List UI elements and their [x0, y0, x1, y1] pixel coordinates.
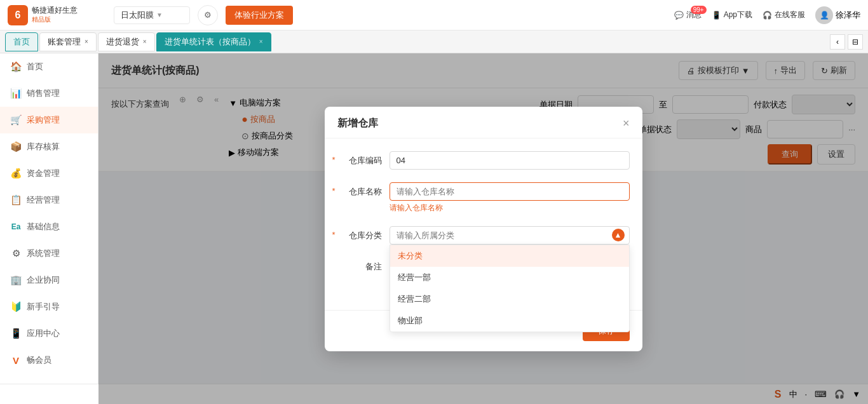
sidebar-item-finance[interactable]: 💰 资金管理 [0, 160, 98, 187]
message-badge: 99+ [691, 6, 707, 14]
home-icon: 🏠 [10, 61, 22, 72]
management-icon: 📋 [10, 194, 22, 206]
sidebar: 🏠 首页 📊 销售管理 🛒 采购管理 📦 库存核算 💰 资金管理 📋 经营管理 … [0, 53, 98, 404]
sidebar-item-vip[interactable]: V 畅会员 [0, 347, 98, 374]
note-label: 备注 [337, 257, 382, 273]
sidebar-item-finance-label: 资金管理 [27, 168, 60, 179]
store-name: 日太阳膜 [121, 10, 154, 21]
store-selector[interactable]: 日太阳膜 ▼ [114, 6, 190, 24]
tab-accounts[interactable]: 账套管理 × [39, 32, 97, 51]
tab-purchase-return[interactable]: 进货退货 × [98, 32, 155, 51]
store-arrow-icon: ▼ [156, 11, 163, 18]
message-icon: 💬 [674, 11, 684, 20]
tab-purchase-stats-label: 进货单统计表（按商品） [165, 36, 255, 48]
logo-icon: 6 [8, 5, 28, 25]
dialog-header: 新增仓库 × [325, 107, 642, 138]
tab-home-label: 首页 [13, 36, 30, 48]
sidebar-item-inventory[interactable]: 📦 库存核算 [0, 133, 98, 160]
category-label: 仓库分类 [337, 226, 382, 241]
sidebar-item-system[interactable]: ⚙ 系统管理 [0, 240, 98, 267]
logo-text: 畅捷通好生意 [32, 6, 78, 16]
tab-purchase-stats-close-icon[interactable]: × [259, 38, 263, 45]
category-dropdown-toggle[interactable]: ▲ [612, 229, 625, 241]
user-avatar-area[interactable]: 👤 徐泽华 [815, 6, 860, 24]
service-button[interactable]: 🎧 在线客服 [763, 10, 805, 20]
dialog-body: 仓库编码 仓库名称 请输入仓库名称 [325, 138, 642, 297]
vip-icon: V [10, 354, 22, 366]
tab-home[interactable]: 首页 [5, 32, 38, 51]
dialog-close-button[interactable]: × [623, 117, 630, 130]
tab-purchase-return-label: 进货退货 [106, 36, 139, 48]
add-warehouse-dialog: 新增仓库 × 仓库编码 仓库名称 [325, 107, 642, 351]
sidebar-item-sales-label: 销售管理 [27, 88, 60, 99]
basic-info-icon: Ea [10, 221, 22, 232]
purchase-icon: 🛒 [10, 114, 22, 126]
apps-icon: 📱 [10, 328, 22, 339]
settings-button[interactable]: ⚙ [198, 5, 218, 25]
name-label: 仓库名称 [337, 182, 382, 198]
sidebar-item-system-label: 系统管理 [27, 248, 60, 259]
dropdown-item-dept1[interactable]: 经营一部 [390, 267, 629, 288]
warehouse-code-input[interactable] [390, 151, 630, 170]
logo-area: 6 畅捷通好生意 精品版 [8, 5, 106, 25]
enterprise-icon: 🏢 [10, 274, 22, 286]
mobile-icon: 📱 [712, 11, 721, 20]
category-control: ▲ 未分类 经营一部 经营二部 物业部 [390, 226, 630, 245]
content-area: 进货单统计(按商品) 🖨 按模板打印 ▼ ↑ 导出 ↻ 刷新 按以下方案查询 [98, 53, 868, 404]
category-select-wrap: ▲ 未分类 经营一部 经营二部 物业部 [390, 226, 630, 245]
logo-badge: 精品版 [32, 15, 78, 24]
tab-next-button[interactable]: ⊟ [848, 34, 863, 50]
sidebar-item-basic[interactable]: Ea 基础信息 [0, 213, 98, 240]
sidebar-item-apps-label: 应用中心 [27, 328, 60, 339]
guide-icon: 🔰 [10, 301, 22, 313]
sidebar-item-home[interactable]: 🏠 首页 [0, 53, 98, 80]
sidebar-item-guide-label: 新手引导 [27, 301, 60, 313]
sidebar-item-guide[interactable]: 🔰 新手引导 [0, 293, 98, 320]
tab-accounts-close-icon[interactable]: × [85, 38, 88, 45]
sidebar-item-sales[interactable]: 📊 销售管理 [0, 80, 98, 107]
sidebar-item-apps[interactable]: 📱 应用中心 [0, 320, 98, 347]
sidebar-item-vip-label: 畅会员 [27, 354, 51, 366]
category-form-row: 仓库分类 ▲ 未分类 经营一部 经营二部 物业部 [337, 226, 630, 245]
sidebar-item-purchase[interactable]: 🛒 采购管理 [0, 107, 98, 133]
sidebar-item-home-label: 首页 [27, 61, 43, 72]
message-button[interactable]: 💬 消息 99+ [674, 10, 702, 20]
category-dropdown: 未分类 经营一部 经营二部 物业部 [390, 245, 630, 332]
sidebar-item-enterprise[interactable]: 🏢 企业协同 [0, 267, 98, 293]
main-layout: 🏠 首页 📊 销售管理 🛒 采购管理 📦 库存核算 💰 资金管理 📋 经营管理 … [0, 53, 868, 404]
username: 徐泽华 [836, 10, 860, 21]
dropdown-item-unclassified[interactable]: 未分类 [390, 245, 629, 267]
tab-prev-button[interactable]: ‹ [830, 34, 845, 50]
tab-purchase-return-close-icon[interactable]: × [143, 38, 147, 45]
tab-purchase-stats[interactable]: 进货单统计表（按商品） × [156, 32, 271, 51]
app-label: App下载 [724, 10, 752, 20]
gear-icon: ⚙ [204, 10, 212, 20]
app-download-button[interactable]: 📱 App下载 [712, 10, 752, 20]
sidebar-item-enterprise-label: 企业协同 [27, 274, 60, 286]
sidebar-item-management[interactable]: 📋 经营管理 [0, 187, 98, 213]
name-control: 请输入仓库名称 [390, 182, 630, 213]
sidebar-item-inventory-label: 库存核算 [27, 141, 60, 152]
trial-button[interactable]: 体验行业方案 [226, 6, 293, 25]
dropdown-item-dept2[interactable]: 经营二部 [390, 288, 629, 310]
headset-icon: 🎧 [763, 11, 772, 20]
code-form-row: 仓库编码 [337, 151, 630, 170]
code-control [390, 151, 630, 170]
dialog-title: 新增仓库 [337, 117, 378, 130]
header-center: 日太阳膜 ▼ ⚙ 体验行业方案 [106, 5, 674, 25]
top-header: 6 畅捷通好生意 精品版 日太阳膜 ▼ ⚙ 体验行业方案 💬 消息 99+ 📱 … [0, 0, 868, 30]
tab-bar: 首页 账套管理 × 进货退货 × 进货单统计表（按商品） × ‹ ⊟ [0, 30, 868, 53]
name-error-msg: 请输入仓库名称 [390, 203, 630, 213]
system-icon: ⚙ [10, 248, 22, 259]
finance-icon: 💰 [10, 168, 22, 179]
inventory-icon: 📦 [10, 141, 22, 152]
category-input[interactable] [390, 226, 630, 245]
tab-accounts-label: 账套管理 [48, 36, 81, 48]
modal-overlay: 新增仓库 × 仓库编码 仓库名称 [98, 53, 868, 404]
warehouse-name-input[interactable] [390, 182, 630, 201]
name-form-row: 仓库名称 请输入仓库名称 [337, 182, 630, 213]
service-label: 在线客服 [775, 10, 805, 20]
sidebar-item-purchase-label: 采购管理 [27, 114, 60, 126]
sales-icon: 📊 [10, 88, 22, 99]
dropdown-item-property[interactable]: 物业部 [390, 310, 629, 332]
